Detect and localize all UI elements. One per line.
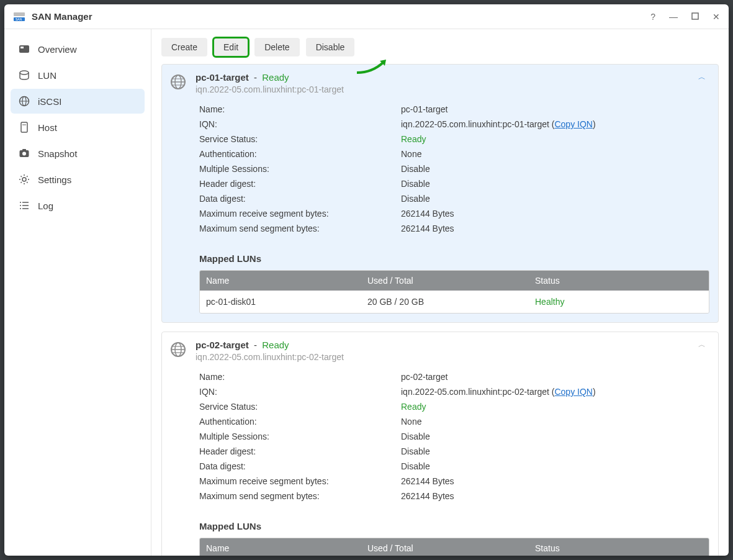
settings-icon	[18, 173, 30, 186]
svg-rect-0	[14, 12, 25, 16]
copy-iqn-link[interactable]: Copy IQN	[554, 119, 592, 129]
sidebar-item-settings[interactable]: Settings	[11, 167, 145, 192]
value-maxsend: 262144 Bytes	[401, 491, 718, 501]
value-maxrecv: 262144 Bytes	[401, 209, 718, 219]
app-title: SAN Manager	[32, 11, 92, 22]
target-iqn: iqn.2022-05.com.linuxhint:pc-01-target	[196, 84, 687, 94]
value-name: pc-01-target	[401, 104, 718, 114]
label-multisess: Multiple Sessions:	[199, 431, 401, 441]
main-content: Create Edit Delete Disable pc-01-target …	[151, 29, 729, 556]
app-icon: SAN	[13, 11, 25, 23]
label-name: Name:	[199, 372, 401, 382]
label-maxrecv: Maximum receive segment bytes:	[199, 476, 401, 486]
mapped-luns-title: Mapped LUNs	[199, 253, 718, 264]
label-auth: Authentication:	[199, 417, 401, 427]
sidebar-item-label: iSCSI	[38, 96, 61, 107]
lun-icon	[18, 69, 30, 81]
lun-row[interactable]: pc-01-disk01 20 GB / 20 GB Healthy	[200, 291, 709, 313]
value-datadigest: Disable	[401, 461, 718, 471]
target-card[interactable]: pc-01-target - Ready iqn.2022-05.com.lin…	[161, 64, 719, 323]
lun-status: Healthy	[535, 297, 703, 307]
lun-table-head: Name Used / Total Status	[200, 271, 709, 291]
chevron-up-icon[interactable]: ︿	[696, 340, 708, 350]
label-iqn: IQN:	[199, 119, 401, 129]
svg-point-17	[20, 205, 21, 206]
label-headerdigest: Header digest:	[199, 179, 401, 189]
col-status: Status	[535, 276, 703, 286]
label-maxsend: Maximum send segment bytes:	[199, 224, 401, 233]
value-service-status: Ready	[401, 402, 718, 412]
lun-table: Name Used / Total Status pc-02-disk01 20…	[199, 538, 709, 556]
value-auth: None	[401, 417, 718, 427]
value-multisess: Disable	[401, 431, 718, 441]
host-icon	[18, 121, 30, 133]
sidebar-item-label: Overview	[38, 44, 77, 55]
svg-rect-14	[22, 149, 26, 151]
close-button[interactable]: ✕	[713, 12, 720, 22]
disable-button[interactable]: Disable	[306, 38, 355, 56]
lun-name: pc-01-disk01	[206, 297, 367, 307]
sidebar-item-label: Host	[38, 122, 57, 133]
target-header-text: pc-02-target - Ready iqn.2022-05.com.lin…	[196, 340, 687, 362]
svg-point-18	[20, 208, 21, 209]
sidebar-item-iscsi[interactable]: iSCSI	[11, 89, 145, 114]
edit-button[interactable]: Edit	[214, 38, 248, 56]
svg-point-13	[22, 152, 26, 156]
delete-button[interactable]: Delete	[254, 38, 299, 56]
sidebar-item-snapshot[interactable]: Snapshot	[11, 141, 145, 166]
lun-table: Name Used / Total Status pc-01-disk01 20…	[199, 270, 709, 314]
snapshot-icon	[18, 147, 30, 160]
value-multisess: Disable	[401, 164, 718, 174]
value-headerdigest: Disable	[401, 446, 718, 456]
sidebar: Overview LUN iSCSI Host Snapshot Setting…	[4, 29, 151, 556]
svg-point-16	[20, 202, 21, 203]
mapped-luns-title: Mapped LUNs	[199, 521, 718, 531]
copy-iqn-link[interactable]: Copy IQN	[554, 387, 592, 397]
sidebar-item-overview[interactable]: Overview	[11, 37, 145, 61]
target-card[interactable]: pc-02-target - Ready iqn.2022-05.com.lin…	[161, 332, 719, 556]
chevron-up-icon[interactable]: ︿	[696, 72, 708, 83]
label-auth: Authentication:	[199, 149, 401, 159]
svg-point-15	[22, 178, 26, 181]
value-service-status: Ready	[401, 134, 718, 144]
target-details: Name:pc-01-target IQN:iqn.2022-05.com.li…	[162, 98, 718, 245]
target-header[interactable]: pc-02-target - Ready iqn.2022-05.com.lin…	[162, 332, 718, 366]
col-name: Name	[206, 543, 367, 553]
sidebar-item-lun[interactable]: LUN	[11, 63, 145, 88]
log-icon	[18, 199, 30, 212]
label-datadigest: Data digest:	[199, 194, 401, 204]
lun-used: 20 GB / 20 GB	[367, 297, 535, 307]
value-auth: None	[401, 149, 718, 159]
target-name: pc-01-target	[196, 72, 249, 83]
svg-rect-3	[692, 13, 698, 19]
target-name: pc-02-target	[196, 340, 249, 350]
value-maxrecv: 262144 Bytes	[401, 476, 718, 486]
label-maxsend: Maximum send segment bytes:	[199, 491, 401, 501]
col-used: Used / Total	[367, 543, 535, 553]
svg-rect-10	[21, 122, 27, 132]
label-multisess: Multiple Sessions:	[199, 164, 401, 174]
label-name: Name:	[199, 104, 401, 114]
target-header-text: pc-01-target - Ready iqn.2022-05.com.lin…	[196, 72, 687, 94]
help-icon[interactable]: ?	[650, 12, 655, 22]
label-iqn: IQN:	[199, 387, 401, 397]
svg-text:SAN: SAN	[16, 17, 22, 21]
svg-rect-5	[20, 47, 24, 48]
sidebar-item-log[interactable]: Log	[11, 193, 145, 218]
create-button[interactable]: Create	[161, 38, 207, 56]
target-header[interactable]: pc-01-target - Ready iqn.2022-05.com.lin…	[162, 65, 718, 98]
value-maxsend: 262144 Bytes	[401, 224, 718, 233]
label-datadigest: Data digest:	[199, 461, 401, 471]
label-maxrecv: Maximum receive segment bytes:	[199, 209, 401, 219]
globe-icon	[169, 341, 187, 358]
window-controls: ? — ✕	[650, 12, 720, 22]
target-status: Ready	[262, 340, 289, 350]
sidebar-item-label: LUN	[38, 70, 56, 81]
minimize-button[interactable]: —	[669, 12, 678, 22]
svg-point-6	[20, 71, 29, 75]
overview-icon	[18, 43, 30, 55]
target-iqn: iqn.2022-05.com.linuxhint:pc-02-target	[196, 352, 687, 362]
maximize-button[interactable]	[691, 12, 699, 22]
sidebar-item-label: Log	[38, 201, 53, 211]
sidebar-item-host[interactable]: Host	[11, 115, 145, 140]
